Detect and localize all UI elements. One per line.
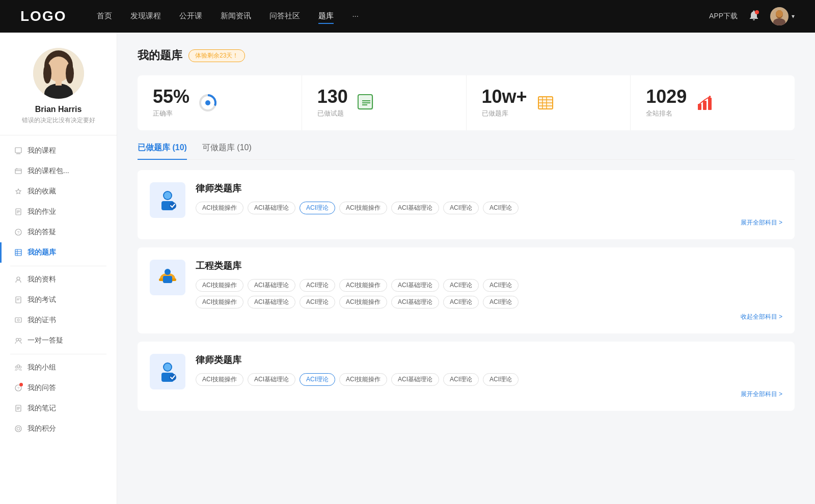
svg-point-64 — [709, 96, 711, 98]
sidebar-item-points[interactable]: 我的积分 — [0, 418, 117, 439]
stat-accuracy-label: 正确率 — [153, 109, 189, 118]
svg-rect-11 — [56, 79, 62, 86]
l2-tag-4[interactable]: ACI基础理论 — [391, 373, 439, 386]
expand-link-lawyer-1[interactable]: 展开全部科目 > — [196, 218, 782, 227]
tag-0[interactable]: ACI技能操作 — [196, 202, 243, 214]
eng-tag-r2-4[interactable]: ACI基础理论 — [391, 296, 439, 309]
eng-tag-r1-0[interactable]: ACI技能操作 — [196, 279, 243, 292]
sidebar-item-notes[interactable]: 我的笔记 — [0, 398, 117, 418]
svg-point-4 — [776, 10, 783, 17]
svg-rect-14 — [15, 169, 21, 174]
nav-home[interactable]: 首页 — [97, 9, 112, 24]
questions-done-icon — [356, 93, 376, 113]
sidebar-item-answers[interactable]: ? 我的问答 — [0, 378, 117, 398]
lawyer-qbank-1-title: 律师类题库 — [196, 182, 782, 194]
sidebar-item-exams-label: 我的考试 — [28, 295, 56, 304]
svg-point-36 — [15, 366, 17, 368]
sidebar-item-favorites[interactable]: 我的收藏 — [0, 181, 117, 202]
favorites-icon — [14, 187, 22, 195]
svg-point-48 — [205, 100, 210, 105]
eng-tag-r2-1[interactable]: ACI基础理论 — [248, 296, 295, 309]
nav-qbank[interactable]: 题库 — [318, 9, 334, 24]
nav-chevron-icon: ▾ — [792, 13, 795, 20]
tag-5[interactable]: ACI理论 — [443, 202, 479, 214]
expand-link-lawyer-2[interactable]: 展开全部科目 > — [196, 390, 782, 399]
tag-1[interactable]: ACI基础理论 — [248, 202, 295, 214]
sidebar-item-homework[interactable]: 我的作业 — [0, 202, 117, 222]
nav-news[interactable]: 新闻资讯 — [221, 9, 251, 24]
eng-tag-r1-6[interactable]: ACI理论 — [483, 279, 519, 292]
qa-icon: ? — [14, 228, 22, 236]
sidebar-item-group-label: 我的小组 — [28, 363, 56, 372]
app-download-link[interactable]: APP下载 — [709, 12, 738, 21]
l2-tag-5[interactable]: ACI理论 — [443, 373, 479, 386]
sidebar-item-group[interactable]: 我的小组 — [0, 357, 117, 378]
svg-point-0 — [755, 10, 759, 14]
exams-icon — [14, 296, 22, 304]
tag-4[interactable]: ACI基础理论 — [391, 202, 439, 214]
sidebar-item-profile[interactable]: 我的资料 — [0, 269, 117, 290]
eng-tag-r2-3[interactable]: ACI技能操作 — [339, 296, 387, 309]
sidebar-item-course-packages[interactable]: 我的课程包... — [0, 161, 117, 181]
nav-menu: 首页 发现课程 公开课 新闻资讯 问答社区 题库 ··· — [97, 9, 709, 24]
eng-tag-r2-2[interactable]: ACI理论 — [300, 296, 335, 309]
eng-tag-r1-3[interactable]: ACI技能操作 — [339, 279, 387, 292]
tab-available[interactable]: 可做题库 (10) — [202, 143, 252, 159]
stat-banks-done-label: 已做题库 — [482, 109, 527, 118]
eng-tag-r1-2[interactable]: ACI理论 — [300, 279, 335, 292]
eng-tag-r2-5[interactable]: ACI理论 — [443, 296, 479, 309]
svg-point-67 — [164, 192, 171, 199]
sidebar-item-points-label: 我的积分 — [28, 424, 56, 433]
svg-point-33 — [16, 339, 19, 341]
rank-icon — [695, 93, 715, 113]
l2-tag-2[interactable]: ACI理论 — [300, 373, 335, 386]
tabs-row: 已做题库 (10) 可做题库 (10) — [138, 143, 795, 160]
lawyer-qbank-1-tags: ACI技能操作 ACI基础理论 ACI理论 ACI技能操作 ACI基础理论 AC… — [196, 202, 782, 214]
sidebar-item-one-on-one[interactable]: 一对一答疑 — [0, 330, 117, 351]
sidebar-item-exams[interactable]: 我的考试 — [0, 290, 117, 310]
l2-tag-3[interactable]: ACI技能操作 — [339, 373, 387, 386]
svg-rect-61 — [698, 104, 701, 110]
sidebar-item-courses[interactable]: 我的课程 — [0, 141, 117, 161]
one-on-one-icon — [14, 337, 22, 345]
eng-tag-r1-4[interactable]: ACI基础理论 — [391, 279, 439, 292]
courses-icon — [14, 147, 22, 155]
user-avatar-nav[interactable]: ▾ — [770, 7, 795, 25]
sidebar-item-certificates[interactable]: 我的证书 — [0, 310, 117, 330]
tag-2[interactable]: ACI理论 — [300, 202, 335, 214]
user-motto: 错误的决定比没有决定要好 — [22, 116, 95, 125]
tag-3[interactable]: ACI技能操作 — [339, 202, 387, 214]
svg-point-71 — [165, 269, 171, 275]
sidebar-item-qa[interactable]: ? 我的答疑 — [0, 222, 117, 242]
l2-tag-0[interactable]: ACI技能操作 — [196, 373, 243, 386]
nav-more[interactable]: ··· — [352, 9, 359, 24]
engineer-qbank-icon — [150, 260, 185, 295]
tag-6[interactable]: ACI理论 — [483, 202, 519, 214]
stat-banks-done-value: 10w+ — [482, 88, 527, 106]
group-icon — [14, 363, 22, 372]
sidebar-item-qbank[interactable]: 我的题库 — [0, 242, 117, 263]
main-layout: Brian Harris 错误的决定比没有决定要好 我的课程 我的课程包... — [0, 33, 815, 504]
tab-done[interactable]: 已做题库 (10) — [138, 143, 187, 159]
sidebar-item-favorites-label: 我的收藏 — [28, 187, 56, 196]
svg-text:?: ? — [17, 230, 20, 235]
sidebar-item-profile-label: 我的资料 — [28, 275, 56, 284]
l2-tag-6[interactable]: ACI理论 — [483, 373, 519, 386]
navbar-right: APP下载 ▾ — [709, 7, 795, 25]
nav-qa[interactable]: 问答社区 — [269, 9, 300, 24]
eng-tag-r2-0[interactable]: ACI技能操作 — [196, 296, 243, 309]
eng-tag-r2-6[interactable]: ACI理论 — [483, 296, 519, 309]
notification-bell-icon[interactable] — [748, 9, 760, 23]
l2-tag-1[interactable]: ACI基础理论 — [248, 373, 295, 386]
sidebar-item-one-on-one-label: 一对一答疑 — [28, 336, 63, 345]
qbank-card-lawyer-1: 律师类题库 ACI技能操作 ACI基础理论 ACI理论 ACI技能操作 ACI基… — [138, 170, 795, 239]
nav-opencourse[interactable]: 公开课 — [179, 9, 202, 24]
stat-questions-done-label: 已做试题 — [317, 109, 348, 118]
user-profile: Brian Harris 错误的决定比没有决定要好 — [0, 48, 117, 135]
eng-tag-r1-5[interactable]: ACI理论 — [443, 279, 479, 292]
logo[interactable]: LOGO — [20, 8, 66, 24]
nav-discover[interactable]: 发现课程 — [130, 9, 161, 24]
collapse-link-engineer[interactable]: 收起全部科目 > — [196, 313, 782, 321]
eng-tag-r1-1[interactable]: ACI基础理论 — [248, 279, 295, 292]
user-avatar — [33, 48, 84, 99]
